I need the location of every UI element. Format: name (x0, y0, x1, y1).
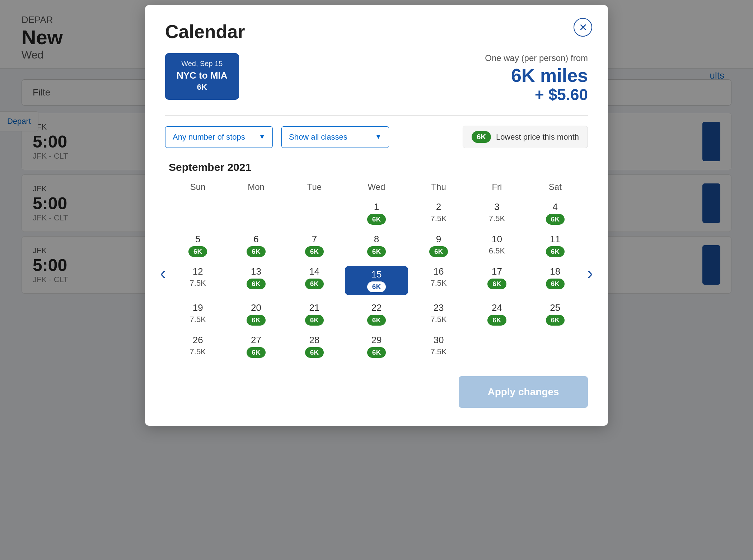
calendar-grid: SunMonTueWedThuFriSat 16K27.5K37.5K46K56… (169, 182, 584, 363)
calendar-week-row: 16K27.5K37.5K46K (169, 198, 584, 230)
day-headers-row: SunMonTueWedThuFriSat (169, 182, 584, 198)
price-info: One way (per person) from 6K miles + $5.… (485, 53, 588, 104)
day-price-plain: 7.5K (170, 315, 225, 324)
day-price-badge: 6K (546, 246, 565, 257)
calendar-day[interactable]: 176K (468, 262, 526, 299)
day-header-thu: Thu (410, 182, 468, 198)
day-number: 24 (469, 302, 524, 313)
day-price-badge: 6K (487, 279, 506, 289)
calendar-day (285, 198, 343, 230)
selected-date-label: Wed, Sep 15 (177, 60, 228, 68)
day-number: 17 (469, 266, 524, 277)
day-header-tue: Tue (285, 182, 343, 198)
calendar-day (526, 331, 584, 363)
calendar-month: September 2021 (169, 161, 584, 173)
calendar-day[interactable]: 106.5K (468, 230, 526, 262)
day-price-plain: 7.5K (170, 347, 225, 356)
calendar-day[interactable]: 206K (227, 299, 285, 331)
price-miles: 6K miles (485, 65, 588, 86)
calendar-day[interactable]: 307.5K (410, 331, 468, 363)
selected-miles: 6K (177, 83, 228, 92)
calendar-day[interactable]: 256K (526, 299, 584, 331)
day-number: 26 (170, 335, 225, 346)
calendar-day[interactable]: 276K (227, 331, 285, 363)
selected-route: NYC to MIA (177, 70, 228, 81)
day-number: 9 (411, 234, 466, 245)
apply-changes-button[interactable]: Apply changes (459, 376, 588, 408)
calendar-day[interactable]: 27.5K (410, 198, 468, 230)
calendar-day[interactable]: 37.5K (468, 198, 526, 230)
calendar-day[interactable]: 267.5K (169, 331, 227, 363)
calendar-day[interactable]: 246K (468, 299, 526, 331)
day-number: 21 (287, 302, 342, 313)
day-price-badge: 6K (247, 347, 265, 358)
stops-dropdown[interactable]: Any number of stops ▼ (165, 126, 273, 148)
calendar-day[interactable]: 76K (285, 230, 343, 262)
calendar-week-row: 267.5K276K286K296K307.5K (169, 331, 584, 363)
calendar-day[interactable]: 96K (410, 230, 468, 262)
calendar-wrapper: ‹ › SunMonTueWedThuFriSat 16K27.5K37.5K4… (169, 182, 584, 363)
calendar-day[interactable]: 186K (526, 262, 584, 299)
calendar-day[interactable]: 136K (227, 262, 285, 299)
calendar-section: September 2021 ‹ › SunMonTueWedThuFriSat… (165, 161, 588, 363)
day-number: 8 (345, 234, 408, 245)
day-price-badge: 6K (546, 214, 565, 225)
day-header-mon: Mon (227, 182, 285, 198)
calendar-day[interactable]: 56K (169, 230, 227, 262)
calendar-day[interactable]: 16K (343, 198, 410, 230)
top-section: Wed, Sep 15 NYC to MIA 6K One way (per p… (165, 53, 588, 104)
calendar-day (227, 198, 285, 230)
calendar-day[interactable]: 156K (343, 262, 410, 299)
day-price-badge: 6K (247, 279, 265, 289)
calendar-modal: Calendar ✕ Wed, Sep 15 NYC to MIA 6K One… (145, 5, 608, 426)
day-price-badge: 6K (305, 315, 324, 326)
price-label: One way (per person) from (485, 53, 588, 63)
day-header-wed: Wed (343, 182, 410, 198)
modal-overlay: Calendar ✕ Wed, Sep 15 NYC to MIA 6K One… (0, 0, 753, 560)
day-price-badge: 6K (429, 246, 448, 257)
day-price-badge: 6K (367, 347, 386, 358)
calendar-day[interactable]: 66K (227, 230, 285, 262)
calendar-day[interactable]: 296K (343, 331, 410, 363)
calendar-day[interactable]: 237.5K (410, 299, 468, 331)
calendar-day[interactable]: 216K (285, 299, 343, 331)
day-price-badge: 6K (305, 279, 324, 289)
day-header-fri: Fri (468, 182, 526, 198)
calendar-day[interactable]: 116K (526, 230, 584, 262)
calendar-day[interactable]: 127.5K (169, 262, 227, 299)
day-number: 2 (411, 201, 466, 213)
day-price-badge: 6K (305, 347, 324, 358)
calendar-day[interactable]: 46K (526, 198, 584, 230)
day-number: 7 (287, 234, 342, 245)
calendar-day[interactable]: 197.5K (169, 299, 227, 331)
calendar-header: SunMonTueWedThuFriSat (169, 182, 584, 198)
day-price-plain: 7.5K (411, 214, 466, 223)
calendar-prev-button[interactable]: ‹ (160, 263, 166, 283)
day-number: 16 (411, 266, 466, 277)
day-price-plain: 7.5K (411, 347, 466, 356)
day-price-badge: 6K (367, 315, 386, 326)
classes-dropdown[interactable]: Show all classes ▼ (281, 126, 389, 148)
day-number: 12 (170, 266, 225, 277)
day-number: 30 (411, 335, 466, 346)
day-price-badge: 6K (546, 315, 565, 326)
divider (165, 115, 588, 116)
calendar-day[interactable]: 146K (285, 262, 343, 299)
calendar-day[interactable]: 86K (343, 230, 410, 262)
calendar-day[interactable]: 286K (285, 331, 343, 363)
day-number: 25 (528, 302, 583, 313)
stops-label: Any number of stops (173, 132, 245, 142)
close-button[interactable]: ✕ (574, 18, 592, 37)
lowest-price-text: Lowest price this month (496, 132, 579, 142)
lowest-price-amount: 6K (472, 131, 491, 143)
day-price-badge: 6K (367, 281, 386, 292)
day-number: 6 (228, 234, 284, 245)
calendar-next-button[interactable]: › (587, 263, 593, 283)
calendar-day[interactable]: 226K (343, 299, 410, 331)
day-price-badge: 6K (367, 214, 386, 225)
day-number: 13 (228, 266, 284, 277)
calendar-day (169, 198, 227, 230)
day-header-sat: Sat (526, 182, 584, 198)
day-number: 19 (170, 302, 225, 313)
calendar-day[interactable]: 167.5K (410, 262, 468, 299)
